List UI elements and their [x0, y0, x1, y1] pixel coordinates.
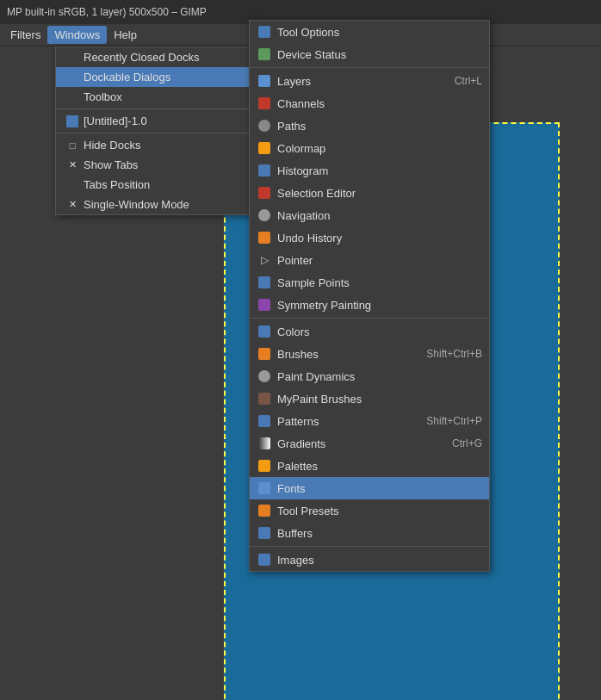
checkbox-x-icon: ✕	[66, 159, 78, 171]
tool-options-icon	[257, 24, 272, 40]
patterns-shortcut: Shift+Ctrl+P	[426, 415, 482, 427]
menu-pointer[interactable]: ▷ Pointer	[250, 249, 489, 271]
menu-sample-points[interactable]: Sample Points	[250, 271, 489, 294]
patterns-label: Patterns	[277, 415, 319, 428]
channels-icon	[257, 96, 272, 111]
symmetry-painting-label: Symmetry Painting	[277, 299, 371, 312]
colormap-icon	[257, 140, 272, 156]
dockable-dialogs-label: Dockable Dialogs	[84, 71, 170, 84]
menu-tool-options[interactable]: Tool Options	[250, 21, 489, 43]
sep-dock-1	[250, 67, 489, 68]
check-placeholder	[66, 52, 78, 64]
menu-patterns[interactable]: Patterns Shift+Ctrl+P	[250, 410, 489, 432]
gradients-icon	[257, 436, 272, 451]
histogram-label: Histogram	[277, 164, 328, 177]
paint-dynamics-label: Paint Dynamics	[277, 370, 355, 383]
menu-buffers[interactable]: Buffers	[250, 522, 489, 544]
hide-docks-label: Hide Docks	[84, 139, 140, 152]
menu-layers[interactable]: Layers Ctrl+L	[250, 70, 489, 92]
check-placeholder4	[66, 179, 78, 191]
untitled-label: [Untitled]-1.0	[84, 115, 147, 127]
channels-label: Channels	[277, 97, 325, 110]
patterns-icon	[257, 413, 272, 429]
sample-points-label: Sample Points	[277, 276, 350, 289]
undo-history-label: Undo History	[277, 232, 342, 245]
menu-navigation[interactable]: Navigation	[250, 204, 489, 226]
pointer-icon: ▷	[257, 252, 272, 268]
menu-fonts[interactable]: Fonts	[250, 477, 489, 499]
tool-presets-icon	[257, 503, 272, 518]
layers-shortcut: Ctrl+L	[455, 75, 482, 87]
blue-square-icon	[66, 115, 78, 127]
fonts-icon	[257, 480, 272, 496]
menu-device-status[interactable]: Device Status	[250, 43, 489, 65]
symmetry-painting-icon	[257, 297, 272, 313]
colors-label: Colors	[277, 325, 310, 338]
recently-closed-label: Recently Closed Docks	[84, 51, 199, 64]
check-placeholder3	[66, 91, 78, 103]
menu-tool-presets[interactable]: Tool Presets	[250, 499, 489, 522]
brushes-label: Brushes	[277, 348, 319, 361]
paths-label: Paths	[277, 120, 306, 133]
menu-paint-dynamics[interactable]: Paint Dynamics	[250, 365, 489, 387]
menu-item-windows[interactable]: Windows	[47, 26, 107, 44]
checkbox-x2-icon: ✕	[66, 199, 78, 211]
layers-label: Layers	[277, 75, 311, 88]
menu-item-help[interactable]: Help	[107, 26, 144, 44]
gradients-shortcut: Ctrl+G	[452, 437, 482, 449]
colors-icon	[257, 324, 272, 339]
menu-selection-editor[interactable]: Selection Editor	[250, 182, 489, 204]
menu-brushes[interactable]: Brushes Shift+Ctrl+B	[250, 343, 489, 365]
tool-options-label: Tool Options	[277, 26, 339, 39]
menu-paths[interactable]: Paths	[250, 115, 489, 137]
mypaint-brushes-label: MyPaint Brushes	[277, 393, 362, 406]
dockable-dialogs-menu: Tool Options Device Status Layers Ctrl+L…	[249, 20, 490, 572]
images-icon	[257, 552, 272, 567]
sample-points-icon	[257, 275, 272, 290]
colormap-label: Colormap	[277, 142, 325, 155]
check-placeholder2	[66, 71, 78, 84]
layers-icon	[257, 73, 272, 89]
menu-undo-history[interactable]: Undo History	[250, 226, 489, 249]
brushes-shortcut: Shift+Ctrl+B	[426, 348, 482, 360]
navigation-label: Navigation	[277, 209, 330, 222]
buffers-label: Buffers	[277, 527, 313, 540]
device-status-label: Device Status	[277, 48, 346, 61]
palettes-icon	[257, 458, 272, 474]
menu-symmetry-painting[interactable]: Symmetry Painting	[250, 294, 489, 316]
images-label: Images	[277, 554, 314, 567]
menu-colormap[interactable]: Colormap	[250, 137, 489, 159]
brushes-icon	[257, 346, 272, 362]
mypaint-brushes-icon	[257, 391, 272, 406]
sep-dock-2	[250, 318, 489, 319]
menu-channels[interactable]: Channels	[250, 92, 489, 115]
menu-mypaint-brushes[interactable]: MyPaint Brushes	[250, 387, 489, 410]
selection-editor-icon	[257, 185, 272, 201]
histogram-icon	[257, 163, 272, 178]
fonts-label: Fonts	[277, 482, 306, 495]
menu-histogram[interactable]: Histogram	[250, 159, 489, 182]
menu-palettes[interactable]: Palettes	[250, 455, 489, 477]
paths-icon	[257, 118, 272, 133]
gradients-label: Gradients	[277, 437, 325, 450]
single-window-label: Single-Window Mode	[84, 198, 189, 211]
tool-presets-label: Tool Presets	[277, 505, 339, 517]
menu-images[interactable]: Images	[250, 548, 489, 571]
selection-editor-label: Selection Editor	[277, 187, 356, 200]
title-text: MP built-in sRGB, 1 layer) 500x500 – GIM…	[7, 6, 207, 18]
menu-colors[interactable]: Colors	[250, 320, 489, 343]
menu-item-filters[interactable]: Filters	[3, 26, 47, 44]
checkbox-empty-icon: □	[66, 139, 78, 152]
menu-gradients[interactable]: Gradients Ctrl+G	[250, 432, 489, 455]
show-tabs-label: Show Tabs	[84, 158, 138, 171]
device-status-icon	[257, 46, 272, 62]
paint-dynamics-icon	[257, 369, 272, 384]
palettes-label: Palettes	[277, 460, 318, 473]
tabs-position-label: Tabs Position	[84, 178, 150, 191]
navigation-icon	[257, 208, 272, 223]
toolbox-label: Toolbox	[84, 90, 122, 103]
undo-history-icon	[257, 230, 272, 245]
sep-dock-3	[250, 546, 489, 547]
buffers-icon	[257, 525, 272, 541]
pointer-label: Pointer	[277, 254, 313, 267]
